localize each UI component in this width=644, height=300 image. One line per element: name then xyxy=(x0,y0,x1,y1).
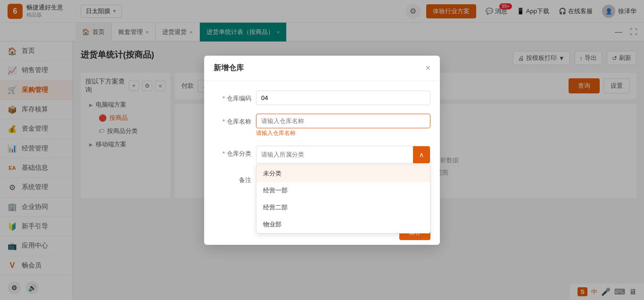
category-input[interactable] xyxy=(256,148,413,161)
category-label: 仓库分类 xyxy=(214,146,256,158)
category-dropdown: 未分类 经营一部 经营二部 物业部 xyxy=(256,165,430,233)
modal-overlay: 新增仓库 × 仓库编码 仓库名称 请输入仓库名称 仓库分类 xyxy=(0,0,644,300)
category-wrap: ∧ 未分类 经营一部 经营二部 物业部 xyxy=(256,146,430,164)
category-toggle-button[interactable]: ∧ xyxy=(413,146,430,163)
dropdown-item-2[interactable]: 经营二部 xyxy=(256,199,430,216)
name-error-msg: 请输入仓库名称 xyxy=(256,129,430,137)
code-label: 仓库编码 xyxy=(214,91,256,103)
notes-label: 备注 xyxy=(214,172,256,184)
modal-dialog: 新增仓库 × 仓库编码 仓库名称 请输入仓库名称 仓库分类 xyxy=(204,56,440,245)
dropdown-item-1[interactable]: 经营一部 xyxy=(256,182,430,199)
form-row-code: 仓库编码 xyxy=(214,91,430,105)
name-label: 仓库名称 xyxy=(214,114,256,126)
form-row-category: 仓库分类 ∧ 未分类 经营一部 经营二部 物业部 xyxy=(214,146,430,164)
form-row-name: 仓库名称 请输入仓库名称 xyxy=(214,114,430,137)
code-input[interactable] xyxy=(256,91,430,105)
dropdown-item-0[interactable]: 未分类 xyxy=(256,165,430,182)
dropdown-item-3[interactable]: 物业部 xyxy=(256,216,430,233)
modal-header: 新增仓库 × xyxy=(204,56,440,81)
modal-close-icon[interactable]: × xyxy=(425,63,430,73)
modal-body: 仓库编码 仓库名称 请输入仓库名称 仓库分类 xyxy=(204,81,440,220)
name-input[interactable] xyxy=(256,114,430,128)
chevron-up-icon: ∧ xyxy=(419,151,424,158)
category-input-row: ∧ xyxy=(256,146,430,164)
modal-title: 新增仓库 xyxy=(214,63,244,73)
